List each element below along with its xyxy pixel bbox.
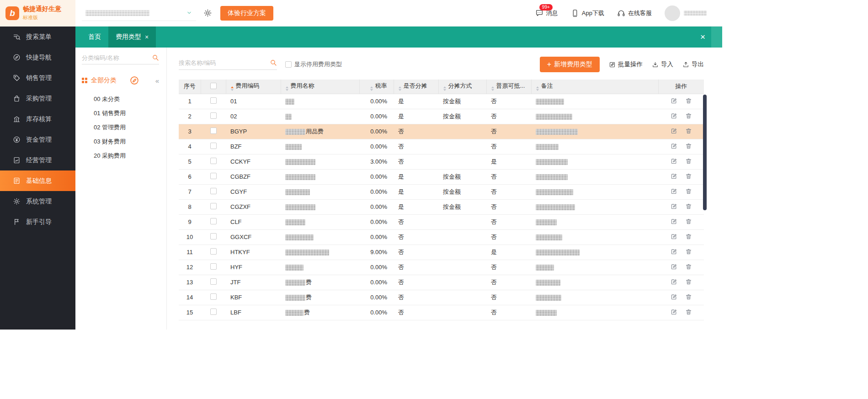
table-row[interactable]: 3BGYP用品费0.00%否否 [179, 124, 704, 139]
all-categories-label[interactable]: 全部分类 [91, 76, 117, 85]
row-checkbox[interactable] [210, 128, 217, 134]
app-download-button[interactable]: App下载 [571, 9, 604, 17]
sidebar-item-1[interactable]: 快捷导航 [0, 47, 75, 68]
sidebar-item-0[interactable]: 搜索菜单 [0, 27, 75, 47]
trash-icon[interactable] [685, 309, 692, 315]
column-header-3[interactable]: 费用名称 [281, 80, 359, 94]
edit-icon[interactable] [671, 233, 677, 240]
category-item-0[interactable]: 00 未分类 [82, 92, 159, 106]
tab-scroll-button[interactable] [711, 27, 722, 48]
sidebar-item-4[interactable]: 库存核算 [0, 109, 75, 129]
trash-icon[interactable] [685, 188, 692, 195]
sidebar-item-5[interactable]: 资金管理 [0, 129, 75, 150]
sort-carets[interactable] [536, 86, 539, 91]
trash-icon[interactable] [685, 293, 692, 300]
row-checkbox[interactable] [210, 293, 217, 300]
category-item-1[interactable]: 01 销售费用 [82, 106, 159, 120]
table-row[interactable]: 5CCKYF3.00%否是 [179, 154, 704, 169]
edit-icon[interactable] [671, 293, 677, 300]
sort-carets[interactable] [370, 86, 373, 91]
edit-icon[interactable] [671, 218, 677, 225]
experience-button[interactable]: 体验行业方案 [220, 6, 273, 21]
org-selector[interactable] [82, 5, 196, 21]
column-header-6[interactable]: 分摊方式 [438, 80, 486, 94]
trash-icon[interactable] [685, 158, 692, 165]
row-checkbox[interactable] [210, 278, 217, 285]
sidebar-item-8[interactable]: 系统管理 [0, 191, 75, 212]
trash-icon[interactable] [685, 112, 692, 119]
trash-icon[interactable] [685, 278, 692, 285]
trash-icon[interactable] [685, 203, 692, 210]
table-row[interactable]: 13JTF费0.00%否否 [179, 275, 704, 290]
edit-icon[interactable] [671, 128, 677, 134]
sidebar-item-7[interactable]: 基础信息 [0, 170, 75, 191]
row-checkbox[interactable] [210, 173, 217, 179]
trash-icon[interactable] [685, 263, 692, 270]
sort-carets[interactable] [399, 86, 401, 91]
edit-icon[interactable] [671, 278, 677, 285]
row-checkbox[interactable] [210, 188, 217, 194]
row-checkbox[interactable] [210, 158, 217, 164]
messages-button[interactable]: 99+ 消息 [535, 9, 558, 17]
sort-carets[interactable] [286, 86, 288, 91]
row-checkbox[interactable] [210, 112, 217, 119]
table-row[interactable]: 7CGYF0.00%是按金额否 [179, 184, 704, 199]
table-search-input[interactable] [179, 59, 267, 66]
trash-icon[interactable] [685, 143, 692, 149]
close-icon[interactable]: × [145, 33, 149, 41]
tab-1[interactable]: 费用类型× [108, 27, 156, 48]
sort-carets[interactable] [231, 86, 234, 91]
column-header-2[interactable]: 费用编码 [226, 80, 281, 94]
edit-icon[interactable] [671, 203, 677, 210]
table-row[interactable]: 1010.00%是按金额否 [179, 94, 704, 109]
edit-category-icon[interactable] [129, 75, 139, 85]
row-checkbox[interactable] [210, 263, 217, 270]
table-row[interactable]: 11HTKYF9.00%否是 [179, 245, 704, 260]
table-row[interactable]: 15LBF费0.00%否否 [179, 305, 704, 320]
table-row[interactable]: 12HYF0.00%否否 [179, 260, 704, 275]
column-header-4[interactable]: 税率 [359, 80, 394, 94]
column-header-5[interactable]: 是否分摊 [394, 80, 438, 94]
column-header-7[interactable]: 普票可抵... [486, 80, 531, 94]
import-button[interactable]: 导入 [652, 60, 673, 69]
gear-icon[interactable] [203, 9, 212, 17]
close-icon[interactable]: × [694, 32, 711, 42]
header-checkbox[interactable] [210, 83, 217, 89]
row-checkbox[interactable] [210, 143, 217, 149]
row-checkbox[interactable] [210, 309, 217, 315]
user-avatar[interactable] [665, 5, 707, 21]
category-item-3[interactable]: 03 财务费用 [82, 134, 159, 149]
trash-icon[interactable] [685, 97, 692, 104]
table-row[interactable]: 2020.00%是按金额否 [179, 109, 704, 124]
sidebar-item-9[interactable]: 新手引导 [0, 212, 75, 232]
show-disabled-checkbox[interactable] [285, 61, 292, 68]
trash-icon[interactable] [685, 128, 692, 134]
row-checkbox[interactable] [210, 218, 217, 224]
add-expense-type-button[interactable]: + 新增费用类型 [540, 57, 600, 72]
edit-icon[interactable] [671, 112, 677, 119]
table-row[interactable]: 14KBF费0.00%否否 [179, 290, 704, 305]
table-row[interactable]: 6CGBZF0.00%是按金额否 [179, 169, 704, 184]
search-icon[interactable] [270, 59, 277, 66]
edit-icon[interactable] [671, 248, 677, 255]
row-checkbox[interactable] [210, 248, 217, 255]
row-checkbox[interactable] [210, 97, 217, 104]
trash-icon[interactable] [685, 173, 692, 180]
trash-icon[interactable] [685, 218, 692, 225]
trash-icon[interactable] [685, 248, 692, 255]
row-checkbox[interactable] [210, 233, 217, 239]
all-categories-row[interactable]: 全部分类 « [82, 75, 159, 85]
support-button[interactable]: 在线客服 [617, 9, 652, 17]
edit-icon[interactable] [671, 158, 677, 165]
category-item-4[interactable]: 20 采购费用 [82, 149, 159, 163]
category-item-2[interactable]: 02 管理费用 [82, 120, 159, 134]
table-row[interactable]: 10GGXCF0.00%否否 [179, 229, 704, 245]
category-search-input[interactable] [82, 54, 149, 61]
column-header-8[interactable]: 备注 [531, 80, 658, 94]
sort-carets[interactable] [491, 86, 494, 91]
sort-carets[interactable] [443, 86, 446, 91]
table-row[interactable]: 8CGZXF0.00%是按金额否 [179, 199, 704, 214]
edit-icon[interactable] [671, 309, 677, 315]
export-button[interactable]: 导出 [682, 60, 704, 69]
table-row[interactable]: 9CLF0.00%否否 [179, 214, 704, 229]
